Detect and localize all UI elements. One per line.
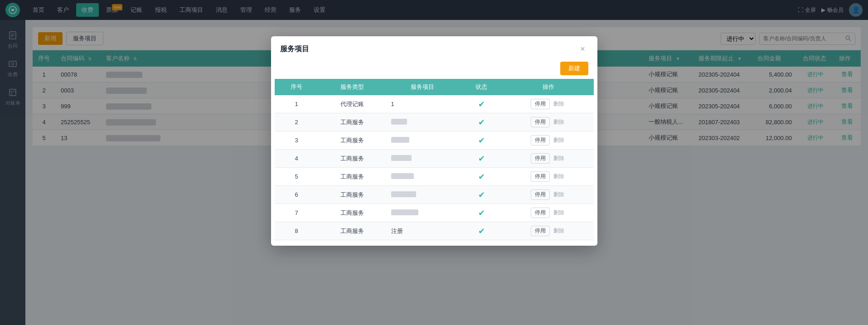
cell-service-item: [386, 131, 460, 150]
cell-modal-type: 工商服务: [319, 222, 386, 240]
list-item: 3 工商服务 ✔ 停用删除: [275, 131, 594, 150]
cell-modal-status: ✔: [460, 222, 504, 240]
cell-modal-type: 工商服务: [319, 113, 386, 131]
delete-button[interactable]: 删除: [552, 117, 566, 127]
cell-modal-action: 停用删除: [504, 150, 593, 168]
cell-modal-action: 停用删除: [504, 186, 593, 204]
delete-button[interactable]: 删除: [552, 99, 566, 109]
status-check-icon: ✔: [478, 209, 485, 218]
status-check-icon: ✔: [478, 118, 485, 127]
delete-button[interactable]: 删除: [552, 190, 566, 199]
modal-col-status: 状态: [460, 79, 504, 95]
cell-modal-seq: 3: [275, 131, 319, 150]
cell-modal-status: ✔: [460, 150, 504, 168]
stop-button[interactable]: 停用: [531, 117, 550, 127]
service-items-modal: 服务项目 × 新建 序号 服务类型 服务项目 状态 操作 1 代理记账: [271, 36, 597, 246]
cell-modal-type: 工商服务: [319, 168, 386, 186]
cell-modal-seq: 1: [275, 95, 319, 113]
stop-button[interactable]: 停用: [531, 171, 550, 182]
cell-service-item: [386, 150, 460, 168]
delete-button[interactable]: 删除: [552, 226, 566, 236]
cell-service-item: [386, 113, 460, 131]
stop-button[interactable]: 停用: [531, 208, 550, 218]
cell-service-item: [386, 204, 460, 222]
cell-modal-status: ✔: [460, 113, 504, 131]
cell-modal-action: 停用删除: [504, 113, 593, 131]
stop-button[interactable]: 停用: [531, 135, 550, 146]
cell-modal-seq: 7: [275, 204, 319, 222]
cell-modal-action: 停用删除: [504, 222, 593, 240]
status-check-icon: ✔: [478, 190, 485, 199]
list-item: 1 代理记账 1 ✔ 停用删除: [275, 95, 594, 113]
cell-modal-seq: 6: [275, 186, 319, 204]
stop-button[interactable]: 停用: [531, 153, 550, 164]
stop-button[interactable]: 停用: [531, 189, 550, 200]
cell-modal-action: 停用删除: [504, 168, 593, 186]
list-item: 6 工商服务 ✔ 停用删除: [275, 186, 594, 204]
cell-service-item: 注册: [386, 222, 460, 240]
cell-modal-status: ✔: [460, 204, 504, 222]
cell-modal-status: ✔: [460, 168, 504, 186]
cell-service-item: [386, 186, 460, 204]
modal-title: 服务项目: [280, 44, 309, 54]
cell-modal-type: 工商服务: [319, 186, 386, 204]
cell-modal-action: 停用删除: [504, 204, 593, 222]
cell-service-item: 1: [386, 95, 460, 113]
list-item: 2 工商服务 ✔ 停用删除: [275, 113, 594, 131]
list-item: 4 工商服务 ✔ 停用删除: [275, 150, 594, 168]
cell-modal-seq: 8: [275, 222, 319, 240]
stop-button[interactable]: 停用: [531, 226, 550, 236]
cell-modal-seq: 5: [275, 168, 319, 186]
stop-button[interactable]: 停用: [531, 99, 550, 109]
status-check-icon: ✔: [478, 154, 485, 163]
status-check-icon: ✔: [478, 136, 485, 145]
delete-button[interactable]: 删除: [552, 136, 566, 145]
delete-button[interactable]: 删除: [552, 172, 566, 181]
modal-col-seq: 序号: [275, 79, 319, 95]
cell-modal-action: 停用删除: [504, 131, 593, 150]
cell-modal-status: ✔: [460, 131, 504, 150]
modal-close-button[interactable]: ×: [577, 44, 588, 54]
cell-modal-status: ✔: [460, 186, 504, 204]
delete-button[interactable]: 删除: [552, 154, 566, 163]
cell-service-item: [386, 168, 460, 186]
list-item: 7 工商服务 ✔ 停用删除: [275, 204, 594, 222]
cell-modal-type: 工商服务: [319, 131, 386, 150]
cell-modal-type: 工商服务: [319, 204, 386, 222]
cell-modal-seq: 2: [275, 113, 319, 131]
modal-overlay[interactable]: 服务项目 × 新建 序号 服务类型 服务项目 状态 操作 1 代理记账: [0, 0, 868, 325]
modal-col-action: 操作: [504, 79, 593, 95]
cell-modal-seq: 4: [275, 150, 319, 168]
status-check-icon: ✔: [478, 100, 485, 109]
list-item: 5 工商服务 ✔ 停用删除: [275, 168, 594, 186]
modal-table-body: 1 代理记账 1 ✔ 停用删除 2 工商服务 ✔ 停用删除 3 工商服务 ✔ 停…: [275, 95, 594, 240]
modal-col-type: 服务类型: [319, 79, 386, 95]
modal-header: 服务项目 ×: [271, 36, 597, 58]
cell-modal-status: ✔: [460, 95, 504, 113]
modal-new-button[interactable]: 新建: [560, 62, 588, 75]
modal-table-wrap[interactable]: 序号 服务类型 服务项目 状态 操作 1 代理记账 1 ✔ 停用删除 2 工商服…: [271, 79, 597, 246]
delete-button[interactable]: 删除: [552, 208, 566, 218]
modal-col-item: 服务项目: [386, 79, 460, 95]
status-check-icon: ✔: [478, 227, 485, 236]
cell-modal-type: 工商服务: [319, 150, 386, 168]
cell-modal-type: 代理记账: [319, 95, 386, 113]
status-check-icon: ✔: [478, 172, 485, 181]
list-item: 8 工商服务 注册 ✔ 停用删除: [275, 222, 594, 240]
modal-service-table: 序号 服务类型 服务项目 状态 操作 1 代理记账 1 ✔ 停用删除 2 工商服…: [275, 79, 594, 240]
cell-modal-action: 停用删除: [504, 95, 593, 113]
modal-toolbar: 新建: [271, 58, 597, 79]
